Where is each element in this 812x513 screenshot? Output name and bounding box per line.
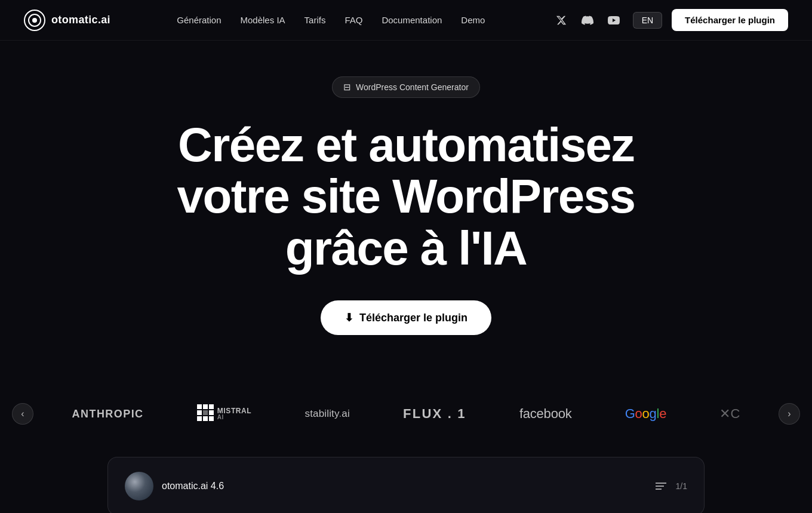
hero-cta-label: Télécharger le plugin xyxy=(359,312,467,324)
brand-flux: FLUX . 1 xyxy=(389,397,481,431)
svg-rect-1 xyxy=(203,404,208,409)
discord-icon[interactable] xyxy=(578,11,597,30)
svg-rect-0 xyxy=(197,404,202,409)
download-icon: ⬇ xyxy=(345,311,353,324)
nav-cta-button[interactable]: Télécharger le plugin xyxy=(672,9,788,31)
social-icons xyxy=(552,11,623,30)
wordpress-icon: ⊟ xyxy=(343,82,351,93)
hero-title-line1: Créez et automatisez xyxy=(178,118,634,171)
brand-carousel: ‹ ANTHROPIC xyxy=(0,395,812,457)
brand-partial: ✕C xyxy=(705,397,754,431)
hero-title: Créez et automatisez votre site WordPres… xyxy=(177,119,635,274)
review-section: otomatic.ai 4.6 1/1 xyxy=(0,457,812,513)
nav-links: Génération Modèles IA Tarifs FAQ Documen… xyxy=(177,15,485,26)
youtube-icon[interactable] xyxy=(604,11,623,30)
twitter-icon[interactable] xyxy=(552,11,571,30)
brand-name: otomatic.ai xyxy=(51,14,110,26)
review-card: otomatic.ai 4.6 1/1 xyxy=(107,457,705,513)
carousel-prev-button[interactable]: ‹ xyxy=(12,403,33,425)
svg-rect-5 xyxy=(203,410,208,415)
avatar xyxy=(125,472,153,500)
review-list-icon[interactable] xyxy=(656,483,666,490)
review-header: otomatic.ai 4.6 1/1 xyxy=(125,472,687,500)
brand-google: Google xyxy=(611,397,681,431)
review-left: otomatic.ai 4.6 xyxy=(125,472,224,500)
brand-mistral: MISTRAL AI xyxy=(183,395,266,433)
hero-badge: ⊟ WordPress Content Generator xyxy=(332,76,480,98)
review-app-name: otomatic.ai 4.6 xyxy=(162,481,224,492)
language-button[interactable]: EN xyxy=(633,12,662,29)
review-pagination: 1/1 xyxy=(676,481,687,491)
nav-modeles[interactable]: Modèles IA xyxy=(241,15,285,25)
navbar: otomatic.ai Génération Modèles IA Tarifs… xyxy=(0,0,812,41)
svg-rect-6 xyxy=(197,416,202,421)
logo-icon xyxy=(24,10,45,31)
carousel-track: ANTHROPIC xyxy=(33,395,779,433)
hero-cta-button[interactable]: ⬇ Télécharger le plugin xyxy=(321,300,491,335)
mistral-logo-svg xyxy=(197,404,214,423)
carousel-wrapper: ‹ ANTHROPIC xyxy=(0,395,812,433)
svg-rect-7 xyxy=(203,416,208,421)
brand-anthropic: ANTHROPIC xyxy=(58,398,158,430)
nav-demo[interactable]: Demo xyxy=(461,15,485,25)
review-right: 1/1 xyxy=(656,481,687,491)
nav-right: EN Télécharger le plugin xyxy=(552,9,788,31)
logo-link[interactable]: otomatic.ai xyxy=(24,10,110,31)
nav-generation[interactable]: Génération xyxy=(177,15,221,25)
carousel-next-button[interactable]: › xyxy=(779,403,800,425)
nav-faq[interactable]: FAQ xyxy=(345,15,362,25)
svg-rect-8 xyxy=(209,416,214,421)
svg-rect-4 xyxy=(209,410,214,415)
brand-stability: stability.ai xyxy=(290,398,364,429)
hero-title-line2: votre site WordPress xyxy=(177,170,635,223)
hero-title-line3: grâce à l'IA xyxy=(285,222,527,275)
hero-section: ⊟ WordPress Content Generator Créez et a… xyxy=(0,41,812,395)
brand-facebook: facebook xyxy=(505,397,586,431)
svg-rect-2 xyxy=(209,404,214,409)
avatar-image xyxy=(125,472,153,500)
nav-documentation[interactable]: Documentation xyxy=(382,15,442,25)
nav-tarifs[interactable]: Tarifs xyxy=(304,15,326,25)
hero-badge-text: WordPress Content Generator xyxy=(356,82,469,92)
svg-rect-3 xyxy=(197,410,202,415)
